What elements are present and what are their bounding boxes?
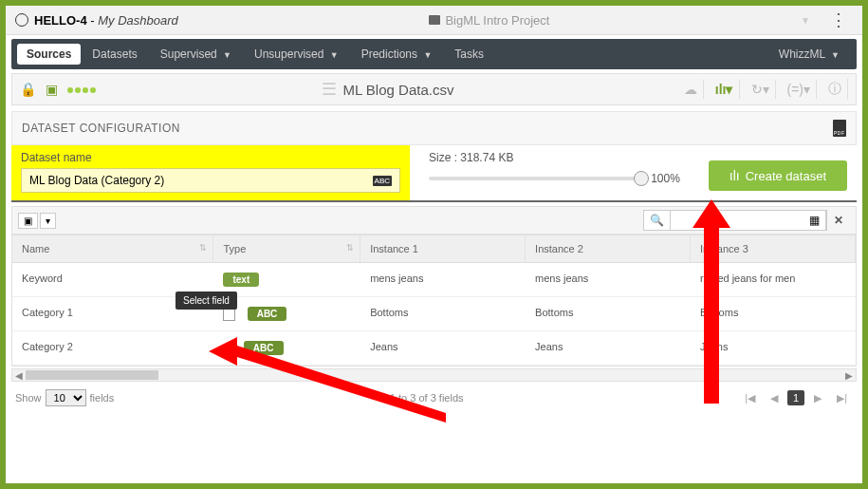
scroll-right-icon[interactable]: ▶ — [842, 370, 856, 381]
cell-instance: mens jeans — [360, 263, 526, 296]
size-slider[interactable] — [429, 177, 641, 180]
database-icon: ☰ — [322, 79, 337, 100]
search-icon[interactable]: 🔍 — [644, 211, 671, 230]
section-title: DATASET CONFIGURATION — [11, 111, 857, 145]
pager-next-icon[interactable]: ▶ — [808, 390, 827, 406]
range-label: 1 to 3 of 3 fields — [114, 392, 739, 404]
fields-label: fields — [90, 392, 115, 404]
cell-type: ABC — [213, 331, 360, 365]
slider-percent: 100% — [651, 172, 680, 185]
dataset-name-input[interactable]: ML Blog Data (Category 2) ABC — [21, 168, 400, 193]
clear-search-button[interactable]: ✕ — [827, 211, 850, 230]
dataset-name-label: Dataset name — [21, 151, 400, 164]
table-row: Select field Category 1 ABC Bottoms Bott… — [12, 297, 856, 331]
tab-tasks[interactable]: Tasks — [443, 42, 495, 66]
lang-badge-icon: ABC — [373, 176, 392, 186]
table-footer: Show 10 fields 1 to 3 of 3 fields |◀ ◀ 1… — [11, 384, 857, 412]
type-tag-abc: ABC — [248, 307, 287, 321]
cell-instance: Bottoms — [360, 297, 526, 330]
equals-icon[interactable]: (=)▾ — [782, 80, 818, 99]
table-header: Name⇅ Type⇅ Instance 1 Instance 2 Instan… — [12, 235, 856, 263]
histogram-icon[interactable]: ılı▾ — [710, 80, 740, 99]
pagesize-select[interactable]: 10 — [46, 389, 86, 406]
globe-icon — [15, 13, 28, 27]
cell-instance: Bottoms — [526, 297, 691, 330]
search-input[interactable] — [671, 212, 803, 229]
slider-thumb[interactable] — [634, 171, 649, 186]
type-tag-text: text — [223, 273, 259, 287]
cell-name: Category 2 — [12, 331, 213, 365]
toggle-dropdown-button[interactable]: ▾ — [40, 213, 56, 229]
select-field-tooltip: Select field — [175, 292, 237, 310]
tab-supervised[interactable]: Supervised ▼ — [149, 42, 243, 66]
fields-table: Name⇅ Type⇅ Instance 1 Instance 2 Instan… — [11, 235, 857, 367]
dataset-name-panel: Dataset name ML Blog Data (Category 2) A… — [11, 145, 410, 200]
search-lang-icon[interactable]: ▦ — [803, 211, 826, 230]
create-dataset-button[interactable]: ılı Create dataset — [709, 160, 847, 191]
status-dots — [67, 83, 98, 96]
th-type[interactable]: Type⇅ — [213, 235, 360, 262]
tab-datasets[interactable]: Datasets — [81, 42, 148, 66]
th-name[interactable]: Name⇅ — [12, 235, 213, 262]
pager-first-icon[interactable]: |◀ — [739, 390, 761, 406]
toggle-columns-button[interactable]: ▣ — [18, 213, 38, 229]
size-label: Size : 318.74 KB — [429, 151, 680, 164]
cell-instance: mens jeans — [526, 263, 691, 296]
scrollbar-thumb[interactable] — [26, 370, 158, 380]
kebab-menu-icon[interactable]: ⋮ — [824, 9, 853, 30]
folder-icon — [429, 15, 440, 25]
main-nav: Sources Datasets Supervised ▼ Unsupervis… — [11, 39, 857, 69]
cell-instance: Jeans — [526, 331, 691, 365]
refresh-icon[interactable]: ↻▾ — [746, 80, 776, 99]
source-toolbar: 🔒 ▣ ☰ ML Blog Data.csv ☁ ılı▾ ↻▾ (=)▾ ⓘ — [11, 73, 857, 105]
lock-icon[interactable]: 🔒 — [20, 82, 36, 97]
cell-instance: ripped jeans for men — [691, 263, 856, 296]
tab-sources[interactable]: Sources — [17, 44, 81, 65]
cell-instance: Jeans — [360, 331, 526, 365]
type-tag-abc: ABC — [244, 341, 284, 355]
project-selector[interactable]: BigML Intro Project — [178, 13, 801, 28]
select-field-checkbox[interactable] — [223, 309, 235, 321]
horizontal-scrollbar[interactable]: ◀ ▶ — [11, 368, 857, 382]
cell-instance: Bottoms — [691, 297, 856, 330]
scroll-left-icon[interactable]: ◀ — [12, 370, 26, 381]
pager-last-icon[interactable]: ▶| — [831, 390, 853, 406]
pdf-icon[interactable] — [833, 120, 846, 137]
tab-unsupervised[interactable]: Unsupervised ▼ — [243, 42, 350, 66]
source-icon[interactable]: ▣ — [46, 82, 58, 97]
tab-whizzml[interactable]: WhizzML ▼ — [767, 42, 851, 66]
cloud-icon[interactable]: ☁ — [678, 80, 704, 99]
th-instance1[interactable]: Instance 1 — [360, 235, 526, 262]
project-caret-icon[interactable]: ▼ — [801, 15, 810, 26]
tab-predictions[interactable]: Predictions ▼ — [350, 42, 444, 66]
th-instance3[interactable]: Instance 3 — [691, 235, 856, 262]
source-filename: ML Blog Data.csv — [342, 82, 453, 98]
show-label: Show — [15, 392, 42, 404]
table-row: Category 2 ABC Jeans Jeans Jeans — [12, 331, 856, 366]
dataset-bars-icon: ılı — [729, 168, 740, 183]
titlebar: HELLO-4 - My Dashboard BigML Intro Proje… — [6, 6, 862, 35]
info-icon[interactable]: ⓘ — [822, 79, 848, 100]
pager: |◀ ◀ 1 ▶ ▶| — [739, 390, 853, 406]
pager-prev-icon[interactable]: ◀ — [765, 390, 784, 406]
table-row: Keyword text mens jeans mens jeans rippe… — [12, 263, 856, 297]
pager-page[interactable]: 1 — [787, 390, 804, 405]
workspace-title: HELLO-4 - My Dashboard — [34, 13, 178, 28]
th-instance2[interactable]: Instance 2 — [526, 235, 691, 262]
cell-instance: Jeans — [691, 331, 856, 365]
search-wrap: 🔍 ▦ — [643, 210, 827, 231]
size-panel: Size : 318.74 KB 100% — [410, 145, 699, 200]
filter-bar: ▣ ▾ 🔍 ▦ ✕ — [11, 206, 857, 235]
